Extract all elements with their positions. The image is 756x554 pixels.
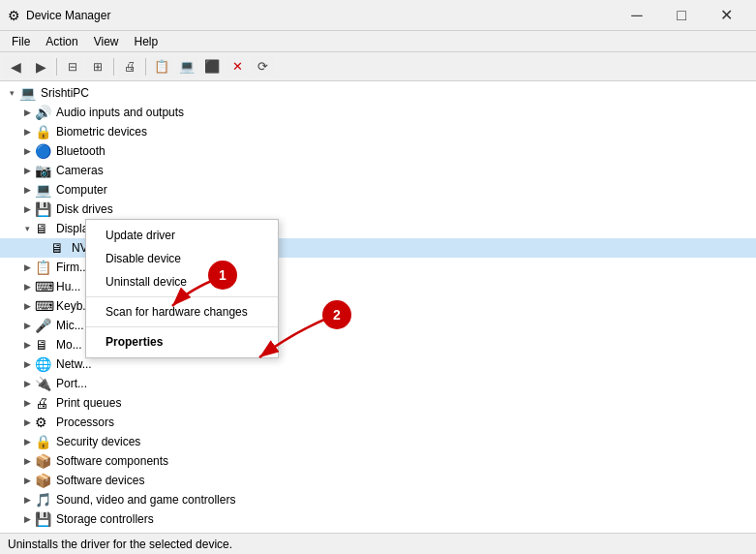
tree-processors[interactable]: ▶ ⚙ Processors bbox=[0, 413, 756, 432]
monitor-icon: 🖥 bbox=[35, 337, 52, 353]
tree-ports-label: Port... bbox=[56, 377, 87, 390]
tree-storage[interactable]: ▶ 💾 Storage controllers bbox=[0, 509, 756, 529]
chevron-biometric: ▶ bbox=[19, 127, 35, 137]
computer-button[interactable]: 💻 bbox=[175, 56, 198, 77]
expand-button[interactable]: ⊞ bbox=[86, 56, 109, 77]
context-menu: Update driver Disable device Uninstall d… bbox=[85, 219, 279, 358]
properties-button[interactable]: 📋 bbox=[150, 56, 173, 77]
tree-bluetooth[interactable]: ▶ 🔵 Bluetooth bbox=[0, 141, 756, 161]
chevron-software-devices: ▶ bbox=[19, 476, 35, 485]
sound-icon: 🎵 bbox=[35, 492, 52, 508]
chevron-display: ▾ bbox=[19, 224, 35, 233]
remove-button[interactable]: ✕ bbox=[226, 56, 249, 77]
tree-monitor-label: Mo... bbox=[56, 338, 82, 352]
device-button[interactable]: ⬛ bbox=[200, 56, 224, 77]
menu-action[interactable]: Action bbox=[38, 33, 85, 50]
tree-firmware-label: Firm... bbox=[56, 261, 89, 274]
chevron-network: ▶ bbox=[19, 359, 35, 369]
minimize-button[interactable]: ─ bbox=[615, 0, 659, 31]
bluetooth-icon: 🔵 bbox=[35, 143, 52, 159]
tree-system-label: System devices bbox=[56, 532, 137, 533]
tree-mic-label: Mic... bbox=[56, 319, 84, 332]
titlebar-controls: ─ □ ✕ bbox=[615, 0, 748, 31]
print-icon: 🖨 bbox=[35, 395, 52, 411]
tree-computer-label: Computer bbox=[56, 183, 107, 197]
tree-audio-label: Audio inputs and outputs bbox=[56, 106, 184, 119]
scan-button[interactable]: ⟳ bbox=[251, 56, 274, 77]
ctx-sep-2 bbox=[86, 326, 278, 327]
callout-2: 2 bbox=[322, 300, 351, 329]
hid-icon: ⌨ bbox=[35, 279, 52, 294]
tree-cameras[interactable]: ▶ 📷 Cameras bbox=[0, 161, 756, 180]
cameras-icon: 📷 bbox=[35, 163, 52, 178]
tree-system[interactable]: ▶ ⚙ System devices bbox=[0, 529, 756, 533]
print-button[interactable]: 🖨 bbox=[118, 56, 141, 77]
chevron-software-components: ▶ bbox=[19, 456, 35, 466]
chevron-bluetooth: ▶ bbox=[19, 146, 35, 156]
ctx-uninstall-device[interactable]: Uninstall device bbox=[86, 270, 278, 293]
chevron-processors: ▶ bbox=[19, 417, 35, 427]
gpu-icon: 🖥 bbox=[50, 240, 68, 256]
callout-1-number: 1 bbox=[219, 267, 227, 283]
disk-icon: 💾 bbox=[35, 201, 52, 217]
ctx-update-driver[interactable]: Update driver bbox=[86, 224, 278, 247]
chevron-mic: ▶ bbox=[19, 321, 35, 330]
tree-biometric[interactable]: ▶ 🔒 Biometric devices bbox=[0, 122, 756, 141]
toolbar-sep-1 bbox=[56, 58, 57, 76]
main-content: ▾ 💻 SrishtiPC ▶ 🔊 Audio inputs and outpu… bbox=[0, 81, 756, 533]
tree-processors-label: Processors bbox=[56, 416, 114, 429]
ctx-scan-hardware[interactable]: Scan for hardware changes bbox=[86, 300, 278, 323]
chevron-cameras: ▶ bbox=[19, 166, 35, 175]
biometric-icon: 🔒 bbox=[35, 124, 52, 139]
keyboard-icon: ⌨ bbox=[35, 298, 52, 314]
tree-software-components-label: Software components bbox=[56, 454, 168, 468]
system-icon: ⚙ bbox=[35, 531, 52, 533]
tree-cameras-label: Cameras bbox=[56, 164, 104, 177]
titlebar-left: ⚙ Device Manager bbox=[8, 8, 110, 23]
ports-icon: 🔌 bbox=[35, 376, 52, 391]
tree-computer[interactable]: ▶ 💻 Computer bbox=[0, 180, 756, 200]
toolbar-sep-3 bbox=[145, 58, 146, 76]
status-text: Uninstalls the driver for the selected d… bbox=[8, 538, 232, 551]
chevron-disk: ▶ bbox=[19, 204, 35, 214]
tree-bluetooth-label: Bluetooth bbox=[56, 144, 106, 158]
menu-file[interactable]: File bbox=[4, 33, 38, 50]
tree-sound-label: Sound, video and game controllers bbox=[56, 493, 235, 507]
forward-button[interactable]: ▶ bbox=[29, 56, 52, 77]
chevron-print: ▶ bbox=[19, 398, 35, 408]
chevron-audio: ▶ bbox=[19, 108, 35, 117]
tree-sound[interactable]: ▶ 🎵 Sound, video and game controllers bbox=[0, 490, 756, 509]
ctx-disable-device[interactable]: Disable device bbox=[86, 247, 278, 270]
chevron-storage: ▶ bbox=[19, 514, 35, 524]
tree-security[interactable]: ▶ 🔒 Security devices bbox=[0, 432, 756, 451]
tree-print[interactable]: ▶ 🖨 Print queues bbox=[0, 393, 756, 413]
mic-icon: 🎤 bbox=[35, 318, 52, 333]
close-button[interactable]: ✕ bbox=[704, 0, 748, 31]
chevron-hid: ▶ bbox=[19, 282, 35, 292]
back-button[interactable]: ◀ bbox=[4, 56, 27, 77]
ctx-sep-1 bbox=[86, 296, 278, 297]
menu-help[interactable]: Help bbox=[127, 33, 166, 50]
software-components-icon: 📦 bbox=[35, 453, 52, 469]
chevron-root: ▾ bbox=[4, 88, 19, 98]
security-icon: 🔒 bbox=[35, 434, 52, 449]
tree-ports[interactable]: ▶ 🔌 Port... bbox=[0, 374, 756, 393]
menu-view[interactable]: View bbox=[86, 33, 127, 50]
tree-disk[interactable]: ▶ 💾 Disk drives bbox=[0, 200, 756, 219]
network-icon: 🌐 bbox=[35, 356, 52, 372]
computer-icon: 💻 bbox=[19, 85, 37, 101]
tree-print-label: Print queues bbox=[56, 396, 121, 410]
tree-hid-label: Hu... bbox=[56, 280, 80, 293]
tree-root[interactable]: ▾ 💻 SrishtiPC bbox=[0, 83, 756, 103]
app-title: Device Manager bbox=[26, 9, 110, 22]
toolbar: ◀ ▶ ⊟ ⊞ 🖨 📋 💻 ⬛ ✕ ⟳ bbox=[0, 52, 756, 81]
ctx-properties[interactable]: Properties bbox=[86, 330, 278, 354]
maximize-button[interactable]: □ bbox=[659, 0, 704, 31]
tree-software-devices[interactable]: ▶ 📦 Software devices bbox=[0, 471, 756, 490]
audio-icon: 🔊 bbox=[35, 105, 52, 120]
app-icon: ⚙ bbox=[8, 8, 20, 23]
collapse-button[interactable]: ⊟ bbox=[61, 56, 84, 77]
tree-software-components[interactable]: ▶ 📦 Software components bbox=[0, 451, 756, 471]
firmware-icon: 📋 bbox=[35, 260, 52, 275]
tree-audio[interactable]: ▶ 🔊 Audio inputs and outputs bbox=[0, 103, 756, 122]
